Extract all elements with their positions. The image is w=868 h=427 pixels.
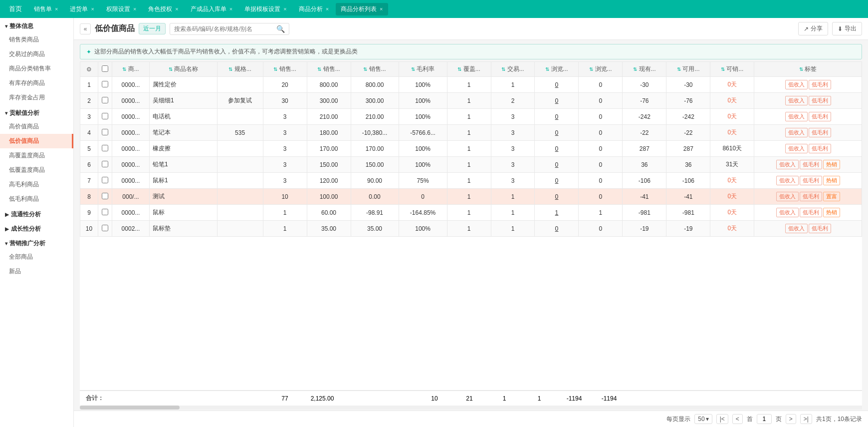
sidebar-item-high-margin[interactable]: 高毛利商品 [0, 177, 73, 192]
nav-product-stock[interactable]: 产成品入库单× [186, 3, 237, 15]
nav-product-analysis[interactable]: 商品分析× [294, 3, 334, 15]
next-page-button[interactable]: > [786, 414, 796, 424]
row-checkbox-cell[interactable] [98, 189, 112, 205]
close-role-auth[interactable]: × [175, 6, 178, 12]
close-sales-order[interactable]: × [55, 6, 58, 12]
browse1-link[interactable]: 0 [555, 113, 559, 120]
close-purchase-order[interactable]: × [91, 6, 94, 12]
col-name[interactable]: ⇅ 商品名称 [149, 62, 217, 77]
prev-page-button[interactable]: < [732, 414, 743, 424]
row-checkbox[interactable] [102, 193, 108, 199]
row-checkbox[interactable] [102, 97, 108, 103]
sidebar-item-all-products[interactable]: 全部商品 [0, 250, 73, 264]
sidebar-item-low-coverage[interactable]: 低覆盖度商品 [0, 163, 73, 177]
nav-template[interactable]: 单据模板设置× [239, 3, 291, 15]
row-checkbox-cell[interactable] [98, 93, 112, 109]
row-browse1[interactable]: 0 [535, 173, 579, 189]
row-checkbox-cell[interactable] [98, 141, 112, 157]
row-checkbox[interactable] [102, 209, 108, 215]
row-checkbox-cell[interactable] [98, 173, 112, 189]
nav-home[interactable]: 首页 [4, 2, 27, 15]
browse1-link[interactable]: 0 [555, 161, 559, 168]
sidebar-group-marketing[interactable]: ▾ 营销推广分析 [0, 235, 73, 250]
browse1-link[interactable]: 0 [555, 97, 559, 104]
row-browse1[interactable]: 0 [535, 189, 579, 205]
horizontal-scrollbar[interactable] [80, 406, 862, 410]
close-product-stock[interactable]: × [229, 6, 232, 12]
nav-permission[interactable]: 权限设置× [101, 3, 141, 15]
row-browse1[interactable]: 0 [535, 77, 579, 93]
collapse-button[interactable]: « [80, 23, 91, 34]
row-browse1[interactable]: 0 [535, 141, 579, 157]
select-all-checkbox[interactable] [102, 65, 108, 72]
col-sales-amount[interactable]: ⇅ 销售... [307, 62, 351, 77]
close-permission[interactable]: × [133, 6, 136, 12]
sidebar-item-sales-products[interactable]: 销售类商品 [0, 32, 73, 47]
browse1-link[interactable]: 0 [555, 225, 559, 232]
export-button[interactable]: ⬇ 导出 [832, 22, 862, 35]
sidebar-item-traded-products[interactable]: 交易过的商品 [0, 47, 73, 61]
sidebar-group-contribution[interactable]: ▾ 贡献值分析 [0, 105, 73, 119]
row-checkbox-cell[interactable] [98, 221, 112, 237]
row-browse1[interactable]: 0 [535, 93, 579, 109]
row-browse1[interactable]: 0 [535, 109, 579, 125]
row-checkbox[interactable] [102, 113, 108, 119]
row-checkbox[interactable] [102, 177, 108, 183]
browse1-link[interactable]: 0 [555, 177, 559, 184]
settings-icon[interactable]: ⚙ [86, 66, 92, 73]
row-browse1[interactable]: 0 [535, 221, 579, 237]
nav-product-analysis-list[interactable]: 商品分析列表× [336, 3, 388, 15]
row-checkbox-cell[interactable] [98, 125, 112, 141]
sidebar-group-overall[interactable]: ▾ 整体信息 [0, 18, 73, 32]
sidebar-item-stock-capital[interactable]: 库存资金占用 [0, 90, 73, 105]
col-coverage[interactable]: ⇅ 覆盖... [447, 62, 491, 77]
scrollbar-thumb[interactable] [80, 406, 180, 410]
sidebar-item-category-sales-rate[interactable]: 商品分类销售率 [0, 61, 73, 76]
share-button[interactable]: ↗ 分享 [798, 22, 828, 35]
close-product-analysis[interactable]: × [326, 6, 329, 12]
col-sales-qty[interactable]: ⇅ 销售... [263, 62, 307, 77]
sidebar-group-circulation[interactable]: ▶ 流通性分析 [0, 206, 73, 221]
sidebar-item-high-coverage[interactable]: 高覆盖度商品 [0, 148, 73, 163]
col-browse2[interactable]: ⇅ 浏览... [579, 62, 623, 77]
row-checkbox[interactable] [102, 145, 108, 151]
col-check[interactable] [98, 62, 112, 77]
close-product-analysis-list[interactable]: × [380, 6, 383, 12]
col-gross-margin[interactable]: ⇅ 毛利率 [399, 62, 447, 77]
nav-sales-order[interactable]: 销售单× [29, 3, 63, 15]
page-number-input[interactable] [757, 414, 772, 424]
col-sales-avg[interactable]: ⇅ 销售... [351, 62, 399, 77]
col-code[interactable]: ⇅ 商... [112, 62, 150, 77]
sidebar-item-stock-products[interactable]: 有库存的商品 [0, 76, 73, 90]
data-table-wrap[interactable]: ⚙ ⇅ 商... ⇅ 商品名称 ⇅ 规格... ⇅ 销售... ⇅ 销售... … [80, 61, 862, 390]
col-spec[interactable]: ⇅ 规格... [217, 62, 263, 77]
search-input[interactable] [174, 25, 274, 32]
nav-purchase-order[interactable]: 进货单× [65, 3, 99, 15]
browse1-link[interactable]: 0 [555, 145, 559, 152]
col-stock-now[interactable]: ⇅ 现有... [623, 62, 666, 77]
sidebar-item-low-margin[interactable]: 低毛利商品 [0, 192, 73, 206]
browse1-link[interactable]: 0 [555, 81, 559, 88]
col-transactions[interactable]: ⇅ 交易... [491, 62, 535, 77]
browse1-link[interactable]: 0 [555, 129, 559, 136]
search-icon[interactable]: 🔍 [276, 25, 285, 33]
sidebar-group-growth[interactable]: ▶ 成长性分析 [0, 221, 73, 235]
last-page-button[interactable]: >| [800, 414, 812, 424]
row-checkbox-cell[interactable] [98, 77, 112, 93]
row-checkbox-cell[interactable] [98, 205, 112, 221]
sidebar-item-high-value[interactable]: 高价值商品 [0, 119, 73, 134]
col-available[interactable]: ⇅ 可用... [666, 62, 710, 77]
browse1-link[interactable]: 1 [555, 209, 559, 216]
row-browse1[interactable]: 1 [535, 205, 579, 221]
nav-role-auth[interactable]: 角色授权× [143, 3, 183, 15]
row-checkbox[interactable] [102, 161, 108, 167]
close-template[interactable]: × [283, 6, 286, 12]
browse1-link[interactable]: 0 [555, 193, 559, 200]
col-settings[interactable]: ⚙ [80, 62, 98, 77]
period-tag[interactable]: 近一月 [139, 23, 166, 34]
page-size-select[interactable]: 50 ▾ [694, 414, 712, 424]
col-browse1[interactable]: ⇅ 浏览... [535, 62, 579, 77]
first-page-button[interactable]: |< [716, 414, 728, 424]
sidebar-item-low-value[interactable]: 低价值商品 [0, 134, 73, 148]
search-box[interactable]: 🔍 [170, 23, 289, 35]
